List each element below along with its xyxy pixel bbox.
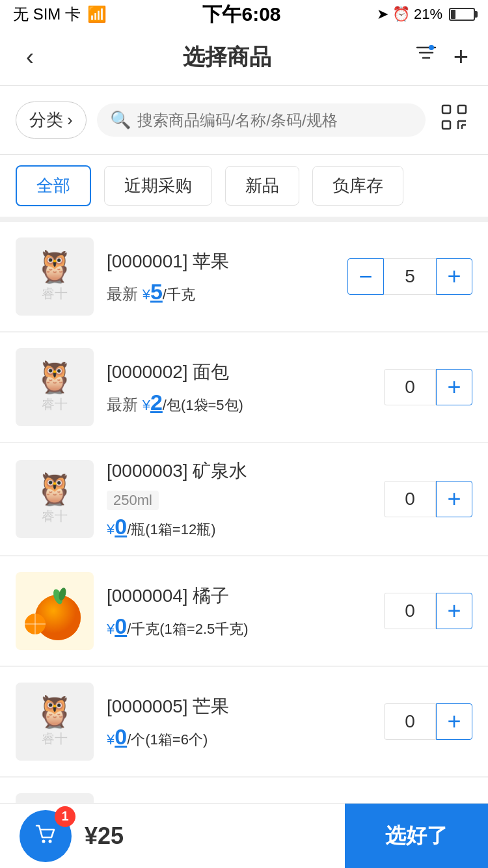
page-title: 选择商品: [183, 42, 271, 72]
product-info: [0000003] 矿泉水 250ml ¥0/瓶(1箱=12瓶): [107, 459, 371, 539]
svg-point-18: [42, 840, 46, 843]
svg-rect-5: [458, 105, 466, 113]
confirm-button[interactable]: 选好了: [345, 804, 488, 868]
search-bar: 分类 › 🔍: [0, 86, 488, 155]
product-name: [0000002] 面包: [107, 360, 371, 385]
product-name: [0000004] 橘子: [107, 584, 371, 608]
battery-text: 21%: [414, 6, 442, 23]
owl-icon: 🦉: [35, 696, 74, 727]
product-name: [0000005] 芒果: [107, 694, 371, 719]
add-icon[interactable]: +: [454, 42, 468, 72]
battery-icon: [449, 8, 475, 21]
list-item: 🦉 睿十 [0000005] 芒果 ¥0/个(1箱=6个) 0 +: [0, 667, 488, 776]
quantity-plus-button[interactable]: +: [436, 593, 472, 629]
owl-icon: 🦉: [35, 251, 74, 282]
fruit-image: [22, 578, 87, 644]
product-image: 🦉 睿十: [16, 683, 94, 761]
quantity-control: 0 +: [384, 703, 472, 740]
alarm-icon: ⏰: [392, 6, 410, 23]
quantity-display: 0: [384, 481, 436, 517]
owl-text: 睿十: [42, 508, 68, 525]
cart-section: 1 ¥25: [0, 810, 345, 862]
product-price: ¥0/瓶(1箱=12瓶): [107, 514, 371, 539]
list-item: 🦉 睿十 [0000001] 苹果 最新 ¥5/千克 − +: [0, 222, 488, 331]
placeholder-logo: 🦉 睿十: [35, 696, 74, 748]
product-info: [0000001] 苹果 最新 ¥5/千克: [107, 249, 334, 305]
quantity-plus-button[interactable]: +: [436, 258, 472, 295]
quantity-plus-button[interactable]: +: [436, 481, 472, 517]
cart-button[interactable]: 1: [20, 810, 72, 862]
nav-bar: ‹ 选择商品 +: [0, 29, 488, 86]
quantity-control: 0 +: [384, 369, 472, 405]
list-item: [0000004] 橘子 ¥0/千克(1箱=2.5千克) 0 +: [0, 556, 488, 666]
quantity-control: − +: [347, 258, 472, 295]
product-list: 🦉 睿十 [0000001] 苹果 最新 ¥5/千克 − + 🦉 睿十 [000…: [0, 222, 488, 868]
nav-actions: +: [414, 42, 468, 72]
search-input[interactable]: [137, 111, 413, 129]
quantity-display: 0: [384, 703, 436, 740]
owl-icon: 🦉: [35, 362, 74, 393]
list-item: 🦉 睿十 [0000003] 矿泉水 250ml ¥0/瓶(1箱=12瓶) 0 …: [0, 443, 488, 555]
product-name: [0000001] 苹果: [107, 249, 334, 274]
status-bar: 无 SIM 卡 📶 下午6:08 ➤ ⏰ 21%: [0, 0, 488, 29]
quantity-minus-button[interactable]: −: [347, 258, 384, 295]
quantity-plus-button[interactable]: +: [436, 369, 472, 405]
tab-recent[interactable]: 近期采购: [104, 166, 212, 206]
product-price: 最新 ¥5/千克: [107, 279, 334, 305]
product-name: [0000003] 矿泉水: [107, 459, 371, 483]
cart-total: ¥25: [85, 822, 124, 850]
quantity-plus-button[interactable]: +: [436, 703, 472, 740]
tab-new[interactable]: 新品: [225, 166, 299, 206]
svg-rect-6: [442, 121, 450, 129]
quantity-display: 0: [384, 593, 436, 629]
carrier-text: 无 SIM 卡: [13, 4, 81, 25]
svg-point-3: [429, 45, 434, 50]
tab-bar: 全部 近期采购 新品 负库存: [0, 155, 488, 222]
filter-icon[interactable]: [414, 42, 438, 72]
placeholder-logo: 🦉 睿十: [35, 362, 74, 413]
cart-badge: 1: [55, 806, 75, 827]
product-image: 🦉 睿十: [16, 237, 94, 316]
owl-text: 睿十: [42, 285, 68, 303]
owl-icon: 🦉: [35, 474, 74, 505]
tab-negative[interactable]: 负库存: [312, 166, 403, 206]
list-item: 🦉 睿十 [0000002] 面包 最新 ¥2/包(1袋=5包) 0 +: [0, 332, 488, 442]
svg-rect-4: [442, 105, 450, 113]
owl-text: 睿十: [42, 730, 68, 748]
placeholder-logo: 🦉 睿十: [35, 474, 74, 525]
product-price: ¥0/千克(1箱=2.5千克): [107, 614, 371, 639]
back-button[interactable]: ‹: [20, 37, 40, 77]
product-price: ¥0/个(1箱=6个): [107, 724, 371, 750]
owl-text: 睿十: [42, 396, 68, 413]
location-icon: ➤: [377, 6, 388, 23]
product-image: [16, 572, 94, 650]
category-label: 分类: [29, 109, 63, 131]
placeholder-logo: 🦉 睿十: [35, 251, 74, 303]
quantity-input[interactable]: [384, 258, 436, 295]
scan-button[interactable]: [436, 99, 472, 141]
quantity-control: 0 +: [384, 593, 472, 629]
quantity-display: 0: [384, 369, 436, 405]
product-info: [0000004] 橘子 ¥0/千克(1箱=2.5千克): [107, 584, 371, 639]
product-spec: 250ml: [107, 491, 159, 510]
status-time: 下午6:08: [202, 1, 280, 28]
product-price: 最新 ¥2/包(1袋=5包): [107, 390, 371, 415]
status-left: 无 SIM 卡 📶: [13, 4, 107, 25]
status-right: ➤ ⏰ 21%: [377, 6, 475, 23]
product-image: 🦉 睿十: [16, 460, 94, 538]
search-input-wrap: 🔍: [97, 103, 426, 137]
tab-all[interactable]: 全部: [16, 165, 91, 206]
wifi-icon: 📶: [87, 5, 107, 23]
product-image: 🦉 睿十: [16, 348, 94, 426]
search-icon: 🔍: [110, 110, 131, 130]
cart-icon: [33, 821, 59, 851]
svg-point-19: [49, 840, 52, 843]
product-info: [0000002] 面包 最新 ¥2/包(1袋=5包): [107, 360, 371, 415]
category-chevron: ›: [67, 110, 73, 130]
bottom-bar: 1 ¥25 选好了: [0, 803, 488, 868]
quantity-control: 0 +: [384, 481, 472, 517]
product-info: [0000005] 芒果 ¥0/个(1箱=6个): [107, 694, 371, 750]
category-button[interactable]: 分类 ›: [16, 102, 87, 139]
